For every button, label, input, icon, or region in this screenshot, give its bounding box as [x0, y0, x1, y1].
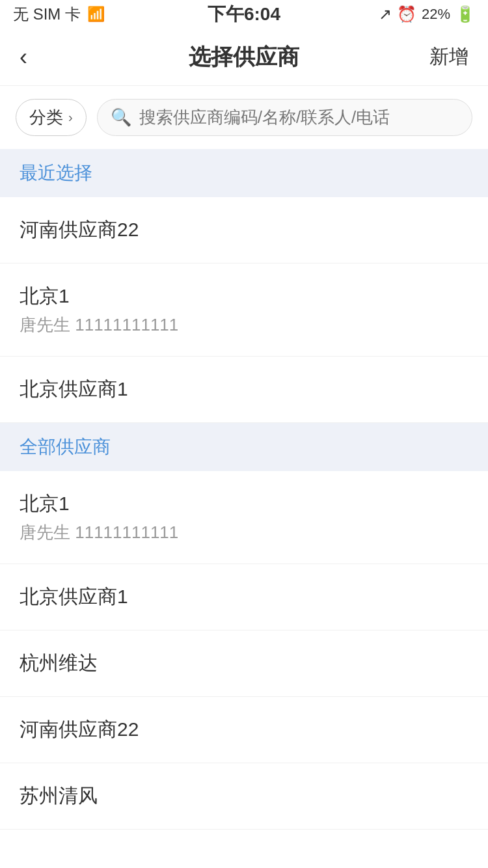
list-item-a4[interactable]: 河南供应商22	[0, 697, 488, 763]
search-input[interactable]	[139, 107, 459, 128]
item-name-r3: 北京供应商1	[20, 376, 468, 403]
alarm-icon: ⏰	[397, 5, 416, 23]
nav-bar: ‹ 选择供应商 新增	[0, 29, 488, 86]
new-action-button[interactable]: 新增	[429, 44, 468, 70]
filter-button[interactable]: 分类 ›	[16, 99, 87, 136]
status-time: 下午6:04	[208, 2, 280, 27]
list-item-a1[interactable]: 北京1唐先生 11111111111	[0, 471, 488, 564]
list-item-r2[interactable]: 北京1唐先生 11111111111	[0, 264, 488, 357]
item-name-a5: 苏州清风	[20, 783, 468, 809]
search-area: 分类 › 🔍	[0, 86, 488, 149]
location-icon: ↗	[379, 5, 392, 23]
page-title: 选择供应商	[189, 42, 299, 72]
filter-label: 分类	[29, 106, 63, 129]
list-item-a5[interactable]: 苏州清风	[0, 763, 488, 830]
filter-arrow-icon: ›	[68, 110, 73, 125]
status-right: ↗ ⏰ 22% 🔋	[379, 5, 475, 23]
list-item-a3[interactable]: 杭州维达	[0, 631, 488, 697]
battery-icon: 🔋	[455, 5, 475, 23]
item-name-a2: 北京供应商1	[20, 584, 468, 610]
battery-indicator: 22%	[422, 6, 450, 23]
item-name-a3: 杭州维达	[20, 650, 468, 677]
section-header-all: 全部供应商	[0, 423, 488, 471]
item-name-r2: 北京1	[20, 283, 468, 310]
section-header-recent: 最近选择	[0, 149, 488, 197]
no-sim-text: 无 SIM 卡	[13, 4, 81, 25]
supplier-list: 最近选择河南供应商22北京1唐先生 11111111111北京供应商1全部供应商…	[0, 149, 488, 830]
status-bar: 无 SIM 卡 📶 下午6:04 ↗ ⏰ 22% 🔋	[0, 0, 488, 29]
search-box: 🔍	[97, 99, 472, 136]
item-sub-r2: 唐先生 11111111111	[20, 314, 468, 336]
search-icon: 🔍	[111, 107, 131, 128]
list-item-r1[interactable]: 河南供应商22	[0, 197, 488, 264]
item-name-a1: 北京1	[20, 491, 468, 517]
item-name-r1: 河南供应商22	[20, 217, 468, 243]
list-item-a2[interactable]: 北京供应商1	[0, 564, 488, 631]
wifi-icon: 📶	[87, 6, 105, 23]
back-button[interactable]: ‹	[20, 44, 59, 71]
item-name-a4: 河南供应商22	[20, 716, 468, 743]
list-item-r3[interactable]: 北京供应商1	[0, 357, 488, 423]
status-left: 无 SIM 卡 📶	[13, 4, 105, 25]
item-sub-a1: 唐先生 11111111111	[20, 521, 468, 544]
